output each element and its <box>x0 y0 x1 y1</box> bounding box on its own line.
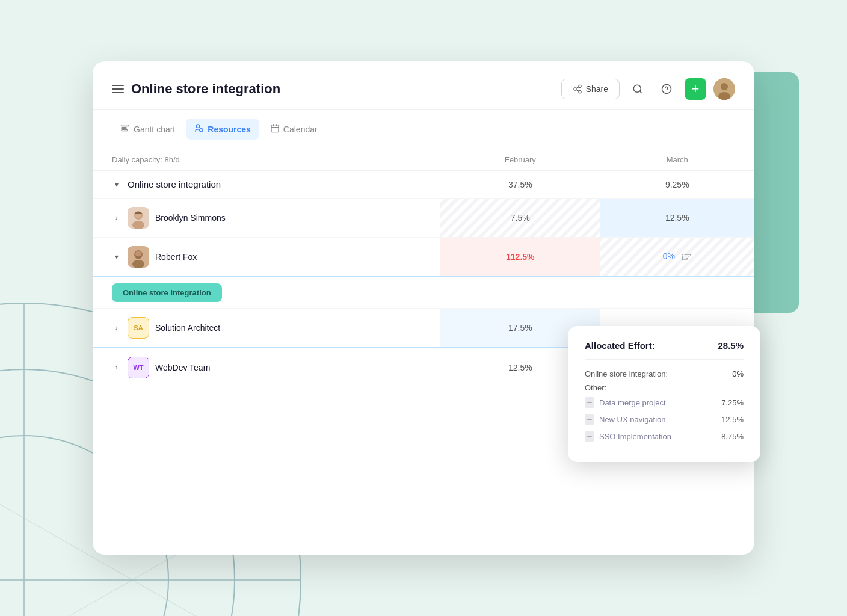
tab-calendar[interactable]: Calendar <box>262 119 326 140</box>
tooltip-item-pct-2: 8.75% <box>721 432 744 441</box>
wt-name: WebDev Team <box>155 363 210 372</box>
row-label: › SA Solution Architect <box>112 317 421 339</box>
tooltip-item-label-0: Data merge project <box>599 398 666 407</box>
tooltip-item-left: New UX navigation <box>585 414 666 425</box>
tooltip-item-left: Data merge project <box>585 397 666 408</box>
svg-point-22 <box>197 125 200 128</box>
menu-icon[interactable] <box>112 85 124 93</box>
main-card: Online store integration Share <box>93 61 754 555</box>
svg-rect-24 <box>271 125 279 132</box>
svg-point-12 <box>633 85 641 92</box>
project-name: Online store integration <box>128 179 221 189</box>
help-icon <box>661 84 672 94</box>
robert-avatar <box>128 246 149 268</box>
sa-name: Solution Architect <box>155 323 220 333</box>
task-mar-cell <box>600 277 754 309</box>
tab-gantt-label: Gantt chart <box>134 125 175 134</box>
user-avatar <box>713 78 735 100</box>
table-row: ▾ Robert <box>93 238 754 277</box>
svg-rect-19 <box>122 125 129 126</box>
chevron-right-icon[interactable]: › <box>112 323 122 333</box>
tooltip-item-label-1: New UX navigation <box>599 415 666 424</box>
tooltip-project-label: Online store integration: <box>585 369 668 378</box>
svg-point-17 <box>721 83 728 90</box>
chevron-right-icon[interactable]: › <box>112 363 122 372</box>
add-button[interactable]: + <box>685 78 706 100</box>
project-feb: 37.5% <box>440 171 600 199</box>
tab-resources[interactable]: Resources <box>186 119 259 140</box>
wt-badge: WT <box>128 357 149 378</box>
robert-avatar-svg <box>128 246 149 268</box>
sa-badge: SA <box>128 317 149 339</box>
tooltip-item-label-2: SSO Implementation <box>599 432 671 441</box>
row-label: › Brooklyn Simmons <box>112 207 421 229</box>
tooltip-item-pct-0: 7.25% <box>721 398 744 407</box>
tooltip-item: SSO Implementation 8.75% <box>585 431 744 442</box>
search-icon <box>632 84 643 94</box>
svg-rect-21 <box>122 130 128 131</box>
doc-icon <box>585 397 594 408</box>
tooltip-project-row: Online store integration: 0% <box>585 369 744 378</box>
svg-point-8 <box>574 88 576 90</box>
brooklyn-feb: 7.5% <box>440 199 600 238</box>
brooklyn-avatar <box>128 207 149 229</box>
svg-point-7 <box>579 85 581 87</box>
table-row: ▾ Online store integration 37.5% 9.25% <box>93 171 754 199</box>
col-february: February <box>440 149 600 171</box>
share-button[interactable]: Share <box>561 79 620 99</box>
task-pill: Online store integration <box>112 283 222 302</box>
tooltip-item: Data merge project 7.25% <box>585 397 744 408</box>
chevron-down-icon[interactable]: ▾ <box>112 180 122 189</box>
row-label: ▾ Online store integration <box>112 179 421 189</box>
tooltip-header: Allocated Effort: 28.5% <box>585 340 744 360</box>
header-right: Share + <box>561 78 735 100</box>
tooltip-popup: Allocated Effort: 28.5% Online store int… <box>568 326 760 462</box>
brooklyn-avatar-svg <box>128 207 149 229</box>
robert-name: Robert Fox <box>155 252 197 262</box>
svg-line-10 <box>576 90 579 91</box>
tooltip-title: Allocated Effort: <box>585 340 655 351</box>
table-row: › Brooklyn Simmons <box>93 199 754 238</box>
col-name: Daily capacity: 8h/d <box>93 149 440 171</box>
avatar-svg <box>713 78 735 100</box>
tooltip-other-label: Other: <box>585 383 744 392</box>
search-button[interactable] <box>627 78 648 100</box>
row-label: › WT WebDev Team <box>112 357 421 378</box>
tab-gantt[interactable]: Gantt chart <box>112 119 183 140</box>
share-label: Share <box>586 84 608 94</box>
cursor-icon: ☞ <box>681 250 692 264</box>
header-left: Online store integration <box>112 81 280 97</box>
table-row-task: Online store integration <box>93 277 754 309</box>
doc-icon <box>585 431 594 442</box>
chevron-right-icon[interactable]: › <box>112 213 122 223</box>
row-label: ▾ Robert <box>112 246 421 268</box>
doc-icon <box>585 414 594 425</box>
svg-line-11 <box>576 87 579 88</box>
share-icon <box>573 84 582 94</box>
card-header: Online store integration Share <box>93 61 754 110</box>
page-title: Online store integration <box>131 81 280 97</box>
chevron-down-icon[interactable]: ▾ <box>112 252 122 262</box>
task-cell: Online store integration <box>93 277 440 309</box>
svg-rect-20 <box>122 128 126 129</box>
tabs-row: Gantt chart Resources Calendar <box>93 110 754 140</box>
tooltip-item: New UX navigation 12.5% <box>585 414 744 425</box>
tooltip-item-pct-1: 12.5% <box>721 415 744 424</box>
svg-point-36 <box>135 256 141 259</box>
resources-icon <box>194 123 204 135</box>
tab-resources-label: Resources <box>208 125 251 134</box>
svg-point-23 <box>200 129 203 132</box>
brooklyn-name: Brooklyn Simmons <box>155 213 226 223</box>
tooltip-project-pct: 0% <box>732 369 744 378</box>
robert-mar: 0% ☞ <box>600 238 754 277</box>
svg-point-9 <box>579 91 581 93</box>
help-button[interactable] <box>656 78 677 100</box>
tab-calendar-label: Calendar <box>283 125 318 134</box>
robert-feb: 112.5% <box>440 238 600 277</box>
gantt-icon <box>120 123 130 135</box>
col-march: March <box>600 149 754 171</box>
task-feb-cell <box>440 277 600 309</box>
calendar-icon <box>270 123 280 135</box>
brooklyn-mar: 12.5% <box>600 199 754 238</box>
svg-line-13 <box>639 91 641 93</box>
